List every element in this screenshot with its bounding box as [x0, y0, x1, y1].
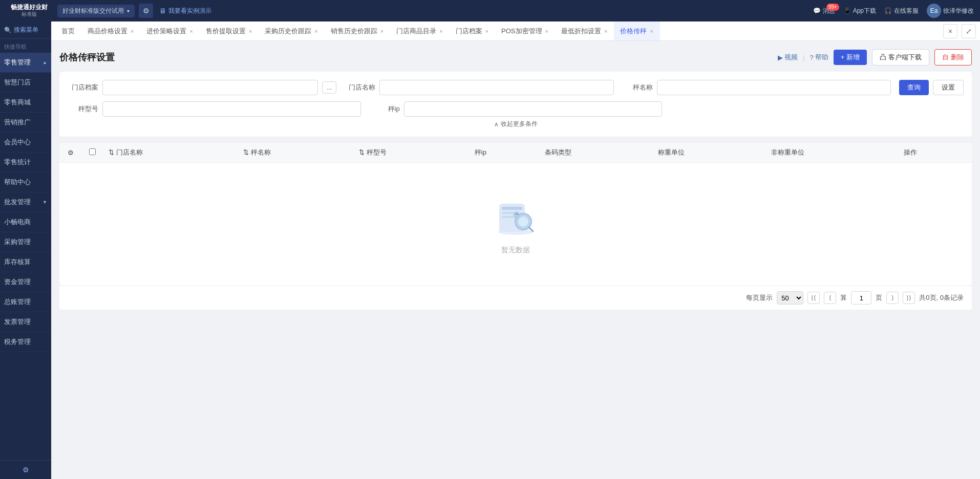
close-icon[interactable]: ×	[249, 28, 252, 34]
last-page-button[interactable]: ⟩⟩	[903, 292, 915, 304]
online-service-button[interactable]: 🎧 在线客服	[884, 7, 919, 15]
sidebar-gear-icon[interactable]: ⚙	[0, 460, 51, 479]
th-checkbox[interactable]	[82, 143, 102, 163]
sidebar-search[interactable]: 🔍 搜索菜单	[0, 21, 51, 39]
tab-store-file[interactable]: 门店档案 ×	[450, 21, 495, 41]
next-page-button[interactable]: ⟩	[886, 292, 899, 304]
tab-purchase-history[interactable]: 采购历史价跟踪 ×	[259, 21, 324, 41]
sidebar-item-label: 批发管理	[4, 198, 31, 207]
store-name-filter: 门店名称	[345, 80, 613, 95]
close-icon[interactable]: ×	[380, 28, 384, 34]
close-icon[interactable]: ×	[604, 28, 607, 34]
settings-icon[interactable]: ⚙	[139, 4, 153, 18]
sidebar-item-finance[interactable]: 资金管理	[0, 272, 51, 292]
first-page-button[interactable]: ⟨⟨	[807, 292, 820, 304]
delete-button[interactable]: 自 删除	[934, 49, 972, 66]
tab-price-scale[interactable]: 价格传秤 ×	[614, 21, 659, 41]
scale-name-input[interactable]	[657, 80, 891, 95]
scale-name-filter: 秤名称	[622, 80, 891, 95]
demo-link[interactable]: 🖥 我要看实例演示	[159, 7, 211, 15]
sidebar-item-purchase[interactable]: 采购管理	[0, 232, 51, 252]
message-icon: 💬	[813, 7, 821, 14]
prev-page-button[interactable]: ⟨	[824, 292, 836, 304]
tab-home[interactable]: 首页	[55, 21, 81, 41]
empty-text: 暂无数据	[501, 246, 530, 255]
svg-point-6	[518, 216, 528, 227]
page-size-select[interactable]: 50 10 20 100	[777, 291, 803, 304]
page-number-input[interactable]	[851, 291, 871, 304]
scale-ip-label: 秤ip	[369, 104, 400, 114]
video-icon: ▶	[778, 54, 783, 61]
sidebar-item-label: 资金管理	[4, 277, 31, 287]
close-icon[interactable]: ×	[485, 28, 488, 34]
close-tab-button[interactable]: ×	[943, 24, 957, 38]
per-page-label: 每页显示	[746, 293, 773, 302]
close-icon[interactable]: ×	[439, 28, 442, 34]
page-content: 价格传秤设置 ▶ 视频 | ? 帮助 + 新增 凸	[51, 41, 980, 479]
tab-pos-encryption[interactable]: POS加密管理 ×	[495, 21, 555, 41]
version-selector[interactable]: 好业财标准版交付试用 ▾	[57, 5, 135, 17]
sidebar-item-retail-mall[interactable]: 零售商城	[0, 93, 51, 113]
scale-ip-input[interactable]	[404, 101, 663, 117]
user-name: 徐泽华修改	[943, 7, 974, 15]
sidebar-item-marketing[interactable]: 营销推广	[0, 113, 51, 133]
tab-sales-history[interactable]: 销售历史价跟踪 ×	[325, 21, 390, 41]
sidebar-item-invoice[interactable]: 发票管理	[0, 312, 51, 332]
sidebar-item-smart-store[interactable]: 智慧门店	[0, 73, 51, 93]
th-scale-model[interactable]: ⇅ 秤型号	[353, 143, 468, 163]
store-file-input[interactable]	[102, 80, 318, 95]
sidebar-item-label: 营销推广	[4, 118, 31, 127]
store-name-input[interactable]	[379, 80, 613, 95]
settings-button[interactable]: 设置	[933, 80, 964, 95]
add-button[interactable]: + 新增	[834, 50, 867, 65]
sidebar-item-wholesale[interactable]: 批发管理	[0, 192, 51, 212]
sidebar-item-ecommerce[interactable]: 小畅电商	[0, 212, 51, 232]
scale-model-filter: 秤型号	[68, 101, 361, 117]
user-profile-button[interactable]: Ea 徐泽华修改	[927, 4, 974, 18]
tab-store-catalog[interactable]: 门店商品目录 ×	[390, 21, 449, 41]
tab-purchase-strategy[interactable]: 进价策略设置 ×	[140, 21, 199, 41]
maximize-tab-button[interactable]: ⤢	[962, 24, 976, 38]
tab-product-price[interactable]: 商品价格设置 ×	[81, 21, 140, 41]
tab-min-discount[interactable]: 最低折扣设置 ×	[555, 21, 614, 41]
video-link[interactable]: ▶ 视频	[778, 53, 798, 62]
messages-button[interactable]: 💬 消息 99+	[813, 7, 835, 15]
th-settings: ⚙	[59, 143, 82, 163]
sidebar-item-general-ledger[interactable]: 总账管理	[0, 292, 51, 312]
close-icon[interactable]: ×	[131, 28, 134, 34]
download-icon: 凸	[880, 53, 886, 62]
sidebar-item-retail-stats[interactable]: 零售统计	[0, 153, 51, 172]
close-icon[interactable]: ×	[189, 28, 193, 34]
tab-sale-extract[interactable]: 售价提取设置 ×	[200, 21, 259, 41]
sidebar-item-member-center[interactable]: 会员中心	[0, 133, 51, 153]
svg-point-9	[516, 213, 518, 215]
app-icon: 📱	[843, 7, 851, 14]
sidebar-item-help-center[interactable]: 帮助中心	[0, 172, 51, 192]
logo-title: 畅捷通好业财	[11, 4, 48, 11]
version-label: 好业财标准版交付试用	[62, 7, 124, 15]
query-button[interactable]: 查询	[899, 80, 929, 95]
help-link[interactable]: ? 帮助	[810, 53, 828, 62]
delete-icon: 自	[942, 53, 949, 62]
scale-model-input[interactable]	[102, 101, 361, 117]
client-download-button[interactable]: 凸 客户端下载	[872, 49, 929, 66]
close-icon[interactable]: ×	[314, 28, 317, 34]
sidebar-item-label: 帮助中心	[4, 178, 31, 187]
close-icon[interactable]: ×	[650, 28, 653, 34]
app-download-button[interactable]: 📱 App下载	[843, 7, 876, 15]
pagination-bar: 每页显示 50 10 20 100 ⟨⟨ ⟨ 算 页 ⟩ ⟩⟩ 共0页, 0条记…	[59, 286, 972, 310]
th-scale-name[interactable]: ⇅ 秤名称	[237, 143, 353, 163]
store-file-filter: 门店档案 ...	[68, 80, 336, 95]
sidebar-item-inventory[interactable]: 库存核算	[0, 252, 51, 272]
filter-section: 门店档案 ... 门店名称 秤名称 查询	[59, 72, 972, 137]
sidebar-item-tax[interactable]: 税务管理	[0, 332, 51, 352]
select-all-checkbox[interactable]	[89, 148, 96, 155]
sidebar-item-retail-management[interactable]: 零售管理	[0, 53, 51, 73]
th-store-name[interactable]: ⇅ 门店名称	[102, 143, 237, 163]
close-icon[interactable]: ×	[545, 28, 548, 34]
store-file-ellipsis[interactable]: ...	[322, 81, 336, 94]
data-table: ⚙ ⇅ 门店名称 ⇅ 秤名称	[59, 143, 972, 286]
collapse-bar[interactable]: ∧ 收起更多条件	[68, 117, 964, 128]
scale-model-label: 秤型号	[68, 104, 98, 114]
page-label: 页	[876, 293, 882, 302]
